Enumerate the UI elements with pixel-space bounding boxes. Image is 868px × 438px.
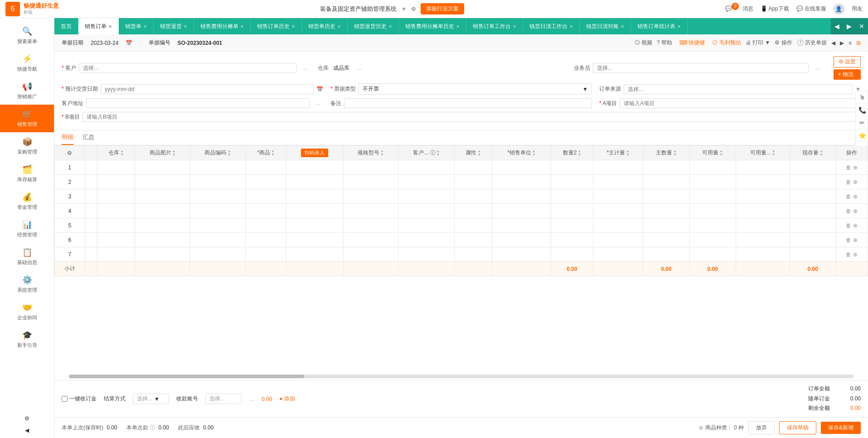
settings-icon[interactable]: ⚙ <box>411 6 416 12</box>
th-main-qty[interactable]: 主数量 ▲▼ <box>643 146 689 160</box>
row-ops-cell[interactable]: 🗑⊕ <box>836 233 868 247</box>
th-product[interactable]: *商品 ▲▼ <box>245 146 286 160</box>
customer-input[interactable] <box>79 63 297 73</box>
online-service-btn[interactable]: 💬 在线客服 <box>796 5 826 13</box>
sidebar-item-guide[interactable]: 🎓 新手引导 <box>0 326 54 353</box>
payment-select[interactable]: 选择... ▼ <box>133 394 169 404</box>
right-tool-mouse[interactable]: 🖱 <box>856 91 868 104</box>
row-delete-icon[interactable]: 🗑 <box>846 179 851 185</box>
tab-cash-workbench-close[interactable]: ✕ <box>569 24 573 29</box>
row-copy-icon[interactable]: ⊕ <box>853 208 858 214</box>
tab-sales-ret-hist-close[interactable]: ✕ <box>388 24 392 29</box>
add-btn[interactable]: ● 添加 <box>279 395 295 403</box>
th-sales-unit[interactable]: *销售单位 ▲▼ <box>492 146 551 160</box>
tab-cash-workbench[interactable]: 钱货日清工作台 ✕ <box>523 18 580 34</box>
tab-sales-fee-close[interactable]: ✕ <box>240 24 244 29</box>
system-dropdown-icon[interactable]: ▼ <box>401 6 407 12</box>
sidebar-settings-icon[interactable]: ⚙ <box>24 415 29 422</box>
th-current-stock[interactable]: 现存量 ▲▼ <box>790 146 836 160</box>
customer-addr-input[interactable] <box>86 98 310 108</box>
sidebar-collapse-icon[interactable]: ◀ <box>25 427 29 433</box>
th-available2[interactable]: 可用量... ▲▼ <box>736 146 790 160</box>
tab-sales-fee-hist[interactable]: 销售费用分摊单历史 ✕ <box>399 18 466 34</box>
right-tool-edit[interactable]: ✏ <box>856 116 868 129</box>
sidebar-item-inventory[interactable]: 🗂️ 库存核算 <box>0 160 54 188</box>
th-settings[interactable]: ⚙ <box>55 146 85 160</box>
nav-next-btn[interactable]: ▶ <box>843 18 855 34</box>
row-delete-icon[interactable]: 🗑 <box>846 251 851 258</box>
product-count[interactable]: ⊙ 商品种类： 0 种 <box>699 424 744 432</box>
remark-input[interactable] <box>344 98 592 108</box>
tab-sales-stats-close[interactable]: ✕ <box>677 24 681 29</box>
nav-close-btn[interactable]: ✕ <box>855 18 868 34</box>
th-available[interactable]: 可用量 ▲▼ <box>689 146 736 160</box>
sidebar-item-marketing[interactable]: 📢 营销推广 <box>0 77 54 105</box>
sidebar-item-base[interactable]: 📋 基础信息 <box>0 243 54 270</box>
right-tool-star[interactable]: ⭐ <box>856 129 868 142</box>
sidebar-item-finance[interactable]: 💰 资金管理 <box>0 188 54 215</box>
tab-sales-fee[interactable]: 销售费用分摊单 ✕ <box>194 18 251 34</box>
th-main-unit[interactable]: *主计量 ▲▼ <box>593 146 643 160</box>
nav-right-icon[interactable]: ▶ <box>840 40 844 46</box>
tab-sales-return[interactable]: 销货退货 ✕ <box>154 18 194 34</box>
quick-order-checkbox[interactable]: 一键收订金 <box>62 395 97 403</box>
set-btn[interactable]: ⚙ 设置 <box>834 56 861 67</box>
tab-sales-order-hist[interactable]: 销售订单历史 ✕ <box>251 18 302 34</box>
sidebar-item-system[interactable]: ⚙️ 系统管理 <box>0 270 54 298</box>
row-copy-icon[interactable]: ⊕ <box>853 222 858 229</box>
list-view-icon[interactable]: ≡ <box>849 40 852 46</box>
account-dots[interactable]: … <box>249 396 254 402</box>
row-ops-cell[interactable]: 🗑⊕ <box>836 175 868 189</box>
tab-sales-fee-hist-close[interactable]: ✕ <box>456 24 460 29</box>
addr-dots[interactable]: … <box>312 99 323 107</box>
sidebar-item-sales[interactable]: 🛒 销售管理 <box>0 105 54 132</box>
shortcut-btn[interactable]: ⌨ 快捷键 <box>677 38 708 48</box>
th-property[interactable]: 属性 ▲▼ <box>455 146 492 160</box>
sidebar-item-corp[interactable]: 🤝 企业协同 <box>0 298 54 326</box>
discard-btn[interactable]: 放弃 <box>748 421 775 434</box>
tab-sales-order[interactable]: 销售订单 ✕ <box>78 18 119 34</box>
app-download-btn[interactable]: 📱 App下载 <box>761 5 789 13</box>
th-spec[interactable]: 规格型号 ▲▼ <box>343 146 398 160</box>
solution-btn[interactable]: 体验行业方案 <box>421 3 464 14</box>
project-a-input[interactable] <box>620 98 861 108</box>
add-product-btn[interactable]: + 物流 <box>834 69 861 80</box>
row-ops-cell[interactable]: 🗑⊕ <box>836 189 868 204</box>
date-value[interactable]: 2023-03-24 <box>91 40 118 46</box>
row-delete-icon[interactable]: 🗑 <box>846 208 851 214</box>
account-select[interactable]: 选择... <box>205 394 242 404</box>
tab-detail[interactable]: 明细 <box>62 130 73 145</box>
message-btn[interactable]: 💬 9 消息 <box>725 5 753 13</box>
row-copy-icon[interactable]: ⊕ <box>853 164 858 171</box>
quick-order-checkbox-input[interactable] <box>62 396 68 402</box>
invoice-select[interactable]: 不开票 ▼ <box>359 83 592 95</box>
delivery-input[interactable] <box>101 84 314 94</box>
sidebar-item-search[interactable]: 🔍 搜索菜单 <box>0 22 54 49</box>
sidebar-item-quick[interactable]: ⚡ 快捷导航 <box>0 49 54 77</box>
right-tool-phone[interactable]: 📞 <box>856 104 868 116</box>
draft-btn[interactable]: 保存草稿 <box>779 421 816 434</box>
salesperson-input[interactable] <box>593 63 809 73</box>
row-delete-icon[interactable]: 🗑 <box>846 222 851 229</box>
sidebar-item-purchase[interactable]: 📦 采购管理 <box>0 132 54 160</box>
calendar-icon[interactable]: 📅 <box>126 40 132 46</box>
scan-btn[interactable]: 扫码录入 <box>301 149 328 157</box>
th-warehouse[interactable]: 仓库 ▲▼ <box>97 146 135 160</box>
warehouse-dots[interactable]: … <box>354 64 365 72</box>
th-qty2[interactable]: 数量2 ▲▼ <box>551 146 593 160</box>
salesperson-dots[interactable]: … <box>812 64 823 72</box>
customer-dots[interactable]: … <box>300 64 310 72</box>
action-btn[interactable]: ⚙ 操作 <box>775 39 792 47</box>
th-customer-code[interactable]: 客户... ⓘ ▲▼ <box>398 146 455 160</box>
tab-sales-ret-hist[interactable]: 销货退货历史 ✕ <box>348 18 399 34</box>
tab-sales-order-hist-close[interactable]: ✕ <box>291 24 295 29</box>
tab-sales-invoice[interactable]: 销货单 ✕ <box>119 18 154 34</box>
tab-home[interactable]: 首页 <box>54 18 78 34</box>
tab-sales-inv-hist[interactable]: 销货单历史 ✕ <box>302 18 348 34</box>
order-source-input[interactable] <box>624 84 853 94</box>
row-copy-icon[interactable]: ⊕ <box>853 251 858 258</box>
tab-sales-order-close[interactable]: ✕ <box>108 24 112 29</box>
video-btn[interactable]: ◎ 视频 <box>635 39 652 47</box>
row-ops-cell[interactable]: 🗑⊕ <box>836 204 868 218</box>
th-product-code[interactable]: 商品编码 ▲▼ <box>190 146 245 160</box>
